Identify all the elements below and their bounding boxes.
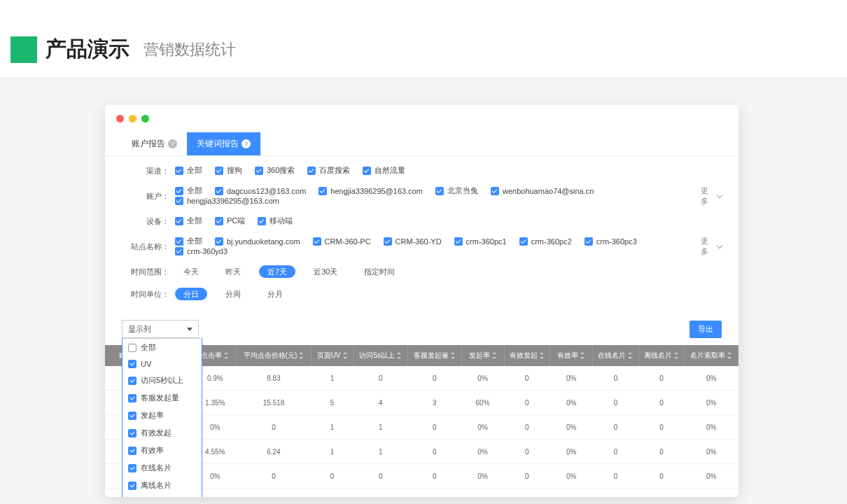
checkbox-label: 全部 — [187, 236, 202, 246]
col-header[interactable]: 页面UV — [311, 345, 354, 366]
cell: 0 — [638, 464, 685, 489]
checkbox-icon — [128, 394, 136, 402]
checkbox-label: crm-360yd3 — [187, 247, 227, 255]
checkbox-hengjia3396295@163.com[interactable]: hengjia3396295@163.com — [175, 197, 279, 205]
checkbox-百度搜索[interactable]: 百度搜索 — [307, 165, 350, 176]
page-header: 产品演示 营销数据统计 — [0, 0, 847, 78]
option-label: 访问5秒以上 — [141, 375, 183, 386]
col-header[interactable]: 客服发起量 — [407, 345, 461, 366]
cell: 0 — [638, 440, 685, 464]
checkbox-全部[interactable]: 全部 — [175, 236, 202, 246]
checkbox-搜狗[interactable]: 搜狗 — [215, 165, 242, 176]
pill-今天[interactable]: 今天 — [175, 265, 207, 278]
checkbox-hengjia3396295@163.com[interactable]: hengjia3396295@163.com — [318, 187, 423, 195]
pill-近30天[interactable]: 近30天 — [305, 265, 346, 278]
column-option-名片索取率[interactable]: 名片索取率 — [122, 494, 202, 497]
checkbox-icon — [175, 217, 183, 225]
column-option-访问5秒以上[interactable]: 访问5秒以上 — [122, 372, 202, 389]
checkbox-北京当兔[interactable]: 北京当兔 — [435, 186, 478, 196]
cell: 5 — [311, 391, 354, 415]
checkbox-移动端[interactable]: 移动端 — [258, 216, 293, 226]
column-option-客服发起量[interactable]: 客服发起量 — [122, 389, 202, 407]
checkbox-crm-360pc3[interactable]: crm-360pc3 — [584, 237, 637, 246]
minimize-icon[interactable] — [129, 115, 136, 122]
column-select-button[interactable]: 显示列 — [122, 320, 199, 338]
checkbox-icon — [215, 167, 223, 175]
checkbox-全部[interactable]: 全部 — [175, 186, 202, 196]
page-subtitle: 营销数据统计 — [144, 39, 236, 60]
checkbox-icon — [175, 237, 183, 246]
col-header[interactable]: 访问5s以上 — [354, 345, 407, 366]
close-icon[interactable] — [116, 115, 124, 122]
col-header[interactable]: 离线名片 — [638, 345, 685, 366]
cell: 0% — [550, 366, 593, 391]
col-header[interactable]: 有效率 — [550, 345, 593, 366]
option-label: UV — [141, 360, 151, 368]
pill-近7天[interactable]: 近7天 — [259, 265, 295, 278]
checkbox-label: crm-360pc2 — [531, 237, 572, 246]
pill-分周[interactable]: 分周 — [217, 288, 249, 300]
checkbox-PC端[interactable]: PC端 — [215, 216, 245, 226]
col-header[interactable]: 在线名片 — [593, 345, 639, 366]
sort-icon — [673, 352, 679, 359]
checkbox-crm-360yd3[interactable]: crm-360yd3 — [175, 247, 227, 255]
cell: 3 — [407, 391, 461, 415]
checkbox-icon — [255, 167, 263, 175]
pill-昨天[interactable]: 昨天 — [217, 265, 249, 278]
checkbox-icon — [175, 247, 183, 255]
checkbox-label: 全部 — [187, 186, 202, 196]
column-option-在线名片[interactable]: 在线名片 — [122, 459, 202, 477]
checkbox-label: crm-360pc1 — [466, 237, 507, 246]
cell: 6.24 — [237, 440, 311, 464]
checkbox-icon — [313, 237, 321, 246]
tab-account-report[interactable]: 账户报告 ? — [122, 132, 187, 155]
column-option-全部[interactable]: 全部 — [122, 339, 202, 356]
pill-分月[interactable]: 分月 — [259, 288, 291, 300]
checkbox-icon — [175, 167, 183, 175]
column-option-离线名片[interactable]: 离线名片 — [122, 477, 202, 494]
col-header[interactable]: 平均点击价格(元) — [237, 345, 311, 366]
column-option-发起率[interactable]: 发起率 — [122, 407, 202, 424]
help-icon[interactable]: ? — [168, 139, 177, 148]
more-link[interactable]: 更多 — [701, 236, 722, 257]
accent-block — [10, 36, 37, 63]
pill-指定时间[interactable]: 指定时间 — [356, 265, 403, 278]
checkbox-CRM-360-YD[interactable]: CRM-360-YD — [384, 237, 442, 246]
checkbox-dagcuos123@163.com[interactable]: dagcuos123@163.com — [215, 187, 306, 195]
app-window: 账户报告 ? 关键词报告 ? 渠道： 全部搜狗360搜索百度搜索自然流量 账户：… — [105, 105, 738, 497]
checkbox-CRM-360-PC[interactable]: CRM-360-PC — [313, 237, 371, 246]
col-header[interactable]: 发起率 — [461, 345, 504, 366]
pill-分日[interactable]: 分日 — [175, 288, 207, 300]
column-option-有效发起[interactable]: 有效发起 — [122, 424, 202, 442]
checkbox-crm-360pc2[interactable]: crm-360pc2 — [519, 237, 572, 246]
col-header[interactable]: 名片索取率 — [685, 345, 738, 366]
cell: 1 — [354, 415, 407, 440]
help-icon[interactable]: ? — [241, 139, 251, 148]
checkbox-全部[interactable]: 全部 — [175, 216, 202, 226]
filter-label: 账户： — [122, 191, 169, 202]
checkbox-wenbohuamao74@sina.cn[interactable]: wenbohuamao74@sina.cn — [491, 187, 594, 195]
checkbox-label: 北京当兔 — [447, 186, 478, 196]
caret-down-icon — [187, 328, 192, 331]
checkbox-360搜索[interactable]: 360搜索 — [255, 165, 295, 176]
checkbox-全部[interactable]: 全部 — [175, 165, 202, 176]
report-tabs: 账户报告 ? 关键词报告 ? — [105, 132, 738, 156]
checkbox-自然流量[interactable]: 自然流量 — [363, 165, 405, 176]
export-button[interactable]: 导出 — [690, 321, 722, 338]
maximize-icon[interactable] — [141, 115, 149, 122]
sort-icon — [342, 352, 348, 359]
col-header[interactable]: 有效发起 — [504, 345, 550, 366]
tab-keyword-report[interactable]: 关键词报告 ? — [187, 132, 260, 155]
sort-icon — [627, 352, 633, 359]
sort-icon — [223, 352, 229, 359]
cell: 0% — [550, 464, 593, 489]
column-option-有效率[interactable]: 有效率 — [122, 442, 202, 459]
cell: 0 — [638, 391, 685, 415]
cell: 0 — [638, 366, 685, 391]
column-option-UV[interactable]: UV — [122, 356, 202, 372]
cell: 1 — [311, 366, 354, 391]
checkbox-bj.yunduoketang.com[interactable]: bj.yunduoketang.com — [215, 237, 300, 246]
more-link[interactable]: 更多 — [701, 186, 722, 206]
cell: 0 — [354, 366, 407, 391]
checkbox-crm-360pc1[interactable]: crm-360pc1 — [454, 237, 507, 246]
